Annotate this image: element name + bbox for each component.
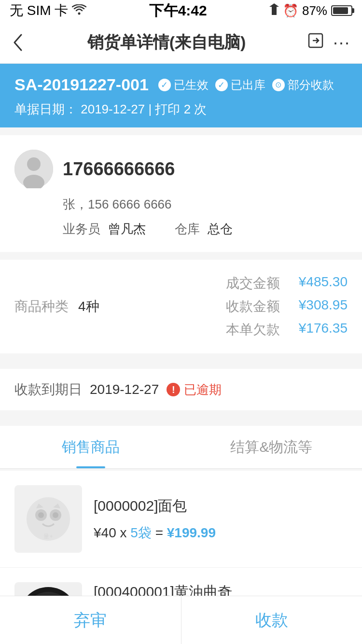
bread-multiply: x xyxy=(120,525,131,540)
section-divider-3 xyxy=(0,410,362,418)
location-icon xyxy=(269,3,279,18)
category-label: 商品种类 xyxy=(14,297,69,316)
warehouse-name: 总仓 xyxy=(208,221,233,238)
product-image-bread: 量+ xyxy=(14,485,82,553)
nav-actions: ··· xyxy=(292,32,350,53)
svg-point-3 xyxy=(27,157,41,171)
summary-row: 商品种类 4种 成交金额 ¥485.30 收款金额 ¥308.95 本单欠款 ¥… xyxy=(14,274,348,339)
avatar xyxy=(14,150,53,188)
product-name-bread: [0000002]面包 xyxy=(94,496,348,516)
received-amount-row: 收款金额 ¥308.95 xyxy=(226,297,348,316)
received-amount-value: ¥308.95 xyxy=(290,297,348,316)
owe-label: 本单欠款 xyxy=(226,321,280,339)
overdue-badge: ! 已逾期 xyxy=(167,381,222,398)
overdue-label: 已逾期 xyxy=(184,381,222,398)
tabs-row: 销售商品 结算&物流等 xyxy=(0,426,362,468)
owe-amount-row: 本单欠款 ¥176.35 xyxy=(226,321,348,339)
warehouse-info: 仓库 总仓 xyxy=(175,221,233,238)
bread-qty: 5袋 xyxy=(130,525,152,540)
status-left: 无 SIM 卡 xyxy=(10,1,86,20)
customer-phone: 17666666666 xyxy=(63,159,175,180)
product-item: 量+ [0000002]面包 ¥40 x 5袋 = ¥199.99 xyxy=(0,471,362,568)
cancel-button[interactable]: 弃审 xyxy=(0,596,181,644)
category-info: 商品种类 4种 xyxy=(14,297,99,316)
check-icon-1: ✓ xyxy=(158,79,171,91)
amount-info: 成交金额 ¥485.30 收款金额 ¥308.95 本单欠款 ¥176.35 xyxy=(226,274,348,339)
bread-total: ¥199.99 xyxy=(167,525,216,540)
share-icon[interactable] xyxy=(308,33,323,52)
bread-base-price: ¥40 xyxy=(94,525,116,540)
print-info: | 打印 2 次 xyxy=(148,102,207,116)
check-icon-2: ✓ xyxy=(215,79,228,91)
product-price-bread: ¥40 x 5袋 = ¥199.99 xyxy=(94,524,348,542)
due-date: 2019-12-27 xyxy=(90,382,159,397)
tab-settlement[interactable]: 结算&物流等 xyxy=(181,426,362,468)
carrier-label: 无 SIM 卡 xyxy=(10,1,68,20)
section-divider-1 xyxy=(0,252,362,260)
clock-icon: ⊙ xyxy=(272,79,285,91)
product-info-bread: [0000002]面包 ¥40 x 5袋 = ¥199.99 xyxy=(94,485,348,553)
alarm-icon: ⏰ xyxy=(283,3,298,18)
battery-icon xyxy=(331,5,352,16)
status-badges: ✓ 已生效 ✓ 已出库 ⊙ 部分收款 xyxy=(158,77,334,93)
svg-point-0 xyxy=(78,13,81,15)
back-button[interactable] xyxy=(12,33,41,52)
nav-bar: 销货单详情(来自电脑) ··· xyxy=(0,21,362,64)
battery-percentage: 87% xyxy=(302,3,327,18)
due-section: 收款到期日 2019-12-27 ! 已逾期 xyxy=(0,369,362,410)
owe-amount-value: ¥176.35 xyxy=(290,321,348,339)
tab-underline xyxy=(76,466,105,468)
time-display: 下午4:42 xyxy=(149,1,207,21)
confirm-button[interactable]: 收款 xyxy=(181,596,362,644)
svg-point-9 xyxy=(53,512,58,518)
customer-section: 17666666666 张，156 6666 6666 业务员 曾凡杰 仓库 总… xyxy=(0,135,362,252)
status-activated: ✓ 已生效 xyxy=(158,77,209,93)
due-label: 收款到期日 xyxy=(14,380,82,399)
page-title: 销货单详情(来自电脑) xyxy=(41,31,292,54)
svg-text:量+: 量+ xyxy=(43,533,53,540)
sales-name: 曾凡杰 xyxy=(108,221,146,238)
sales-info: 业务员 曾凡杰 xyxy=(63,221,146,238)
status-partial-payment: ⊙ 部分收款 xyxy=(272,77,334,93)
deal-amount-label: 成交金额 xyxy=(226,274,280,293)
warehouse-label: 仓库 xyxy=(175,221,200,238)
order-header-banner: SA-20191227-001 ✓ 已生效 ✓ 已出库 ⊙ 部分收款 单据日期：… xyxy=(0,64,362,127)
bottom-bar: 弃审 收款 xyxy=(0,596,362,644)
deal-amount-value: ¥485.30 xyxy=(290,274,348,293)
summary-section: 商品种类 4种 成交金额 ¥485.30 收款金额 ¥308.95 本单欠款 ¥… xyxy=(0,260,362,353)
customer-row: 17666666666 xyxy=(14,150,348,188)
deal-amount-row: 成交金额 ¥485.30 xyxy=(226,274,348,293)
order-date: 2019-12-27 xyxy=(81,102,145,116)
tabs-section: 销售商品 结算&物流等 xyxy=(0,426,362,469)
date-label: 单据日期： xyxy=(14,102,77,116)
category-count: 4种 xyxy=(78,297,99,316)
bread-equals: = xyxy=(155,525,167,540)
wifi-icon xyxy=(72,3,86,18)
customer-meta: 业务员 曾凡杰 仓库 总仓 xyxy=(14,221,348,238)
received-label: 收款金额 xyxy=(226,297,280,316)
overdue-icon: ! xyxy=(167,383,180,396)
customer-name: 张，156 6666 6666 xyxy=(14,196,348,213)
tab-products[interactable]: 销售商品 xyxy=(0,426,181,468)
more-icon[interactable]: ··· xyxy=(333,32,350,53)
status-shipped: ✓ 已出库 xyxy=(215,77,265,93)
svg-point-8 xyxy=(38,512,44,518)
sales-label: 业务员 xyxy=(63,221,100,238)
status-bar: 无 SIM 卡 下午4:42 ⏰ 87% xyxy=(0,0,362,21)
order-date-info: 单据日期： 2019-12-27 | 打印 2 次 xyxy=(14,101,348,118)
section-divider-2 xyxy=(0,353,362,361)
order-id: SA-20191227-001 xyxy=(14,75,149,94)
status-right: ⏰ 87% xyxy=(269,3,352,18)
